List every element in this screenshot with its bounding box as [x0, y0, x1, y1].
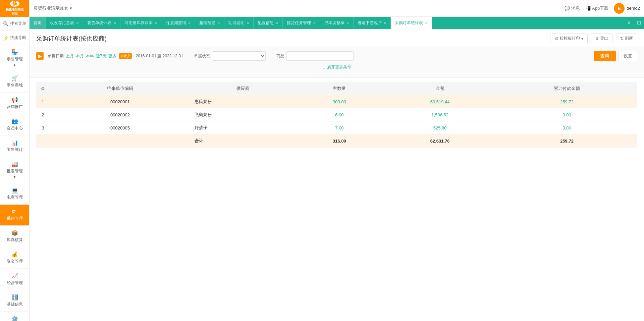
date-label: 单据日期	[48, 53, 64, 59]
sidebar-item-member[interactable]: 👥 会员中心	[0, 114, 29, 136]
status-select[interactable]	[212, 51, 266, 61]
filter-toggle-button[interactable]: ▶	[36, 52, 44, 60]
export-label: 导出	[600, 36, 608, 41]
sidebar-item-retail-shop[interactable]: 🛒 零售商城	[0, 71, 29, 93]
quick-nav-button[interactable]: ⚡ 快捷导航	[2, 34, 27, 42]
expand-conditions-button[interactable]: ⌄ 展开更多条件	[318, 62, 355, 72]
logo-icon: 畅	[10, 1, 19, 7]
search-menu-button[interactable]: 🔍 搜索菜单	[2, 19, 27, 28]
wholesale-icon: 🏭	[11, 161, 18, 167]
search-menu-area[interactable]: 🔍 搜索菜单	[0, 17, 29, 31]
sidebar-item-ecommerce[interactable]: 💻 电商管理	[0, 183, 29, 205]
date-last-month[interactable]: 上月	[66, 53, 74, 59]
paid-link[interactable]: 0.00	[562, 112, 571, 117]
paid-link[interactable]: 259.72	[560, 99, 574, 104]
export-button[interactable]: ⬇ 导出	[591, 34, 612, 43]
sidebar-item-marketing[interactable]: 📢 营销推广	[0, 93, 29, 114]
tab-label: 要货单统计表	[87, 20, 111, 26]
tab-close-icon[interactable]: ×	[76, 20, 79, 25]
tab-label: 可用量库存账本	[124, 20, 153, 26]
sidebar-item-retail-stats[interactable]: 📊 零售统计	[0, 136, 29, 157]
footer-amount: 62,631.76	[383, 135, 496, 148]
export-icon: ⬇	[595, 36, 599, 41]
maximize-button[interactable]: □	[634, 17, 644, 29]
tab-close-icon[interactable]: ×	[217, 20, 220, 25]
th-settings[interactable]: ⚙	[36, 82, 50, 95]
tab-label: 拣货任务管理	[287, 20, 311, 26]
qty-link[interactable]: 7.00	[335, 125, 343, 130]
sidebar-item-operations[interactable]: 📈 经营管理	[0, 269, 29, 290]
tab-overstock-alert[interactable]: 超储预警 ×	[195, 17, 224, 29]
paid-link[interactable]: 0.00	[562, 125, 571, 130]
tab-close-icon[interactable]: ×	[247, 20, 249, 25]
query-button[interactable]: 查询	[594, 51, 616, 61]
message-button[interactable]: 💬 消息	[565, 5, 580, 11]
user-menu[interactable]: E demo2	[614, 3, 640, 14]
tab-close-icon[interactable]: ×	[276, 20, 278, 25]
tab-label: 收发存汇总表	[50, 20, 74, 26]
quick-nav-area[interactable]: ⚡ 快捷导航	[0, 31, 29, 45]
sidebar-item-inventory[interactable]: 📦 库存核算	[0, 226, 29, 247]
date-this-year[interactable]: 本年	[86, 53, 94, 59]
tab-config-info[interactable]: 配置信息 ×	[254, 17, 283, 29]
tab-available-stock[interactable]: 可用量库存账本 ×	[120, 17, 162, 29]
header-actions: 🖨 按模板打印 ▾ ⬇ 导出 ↻ 刷新	[550, 34, 637, 43]
tab-label: 保质期查询	[166, 20, 186, 26]
close-tab-button[interactable]: ×	[624, 17, 634, 29]
tab-requisition[interactable]: 要货单统计表 ×	[83, 17, 120, 29]
wholesale-arrow-icon: ▼	[13, 175, 16, 179]
search-label: 搜索菜单	[10, 21, 26, 26]
refresh-button[interactable]: ↻ 刷新	[616, 34, 637, 43]
date-7days[interactable]: 近7天	[96, 53, 106, 59]
sidebar-item-wholesale[interactable]: 🏭 批发管理 ▼	[0, 157, 29, 183]
tab-pick-task[interactable]: 拣货任务管理 ×	[283, 17, 320, 29]
tab-close-icon[interactable]: ×	[155, 20, 157, 25]
tab-collect-pay[interactable]: 收发存汇总表 ×	[46, 17, 83, 29]
tab-close-icon[interactable]: ×	[346, 20, 349, 25]
sidebar-item-basic-info[interactable]: ℹ️ 基础信息	[0, 290, 29, 312]
date-this-month[interactable]: 本月	[76, 53, 84, 59]
cell-amount: 1,586.52	[383, 108, 496, 121]
th-qty: 主数量	[296, 82, 383, 95]
amount-link[interactable]: 60,519.44	[430, 99, 450, 104]
goods-input[interactable]	[286, 51, 354, 61]
status-label: 单据状态	[194, 53, 210, 59]
tab-expiry-query[interactable]: 保质期查询 ×	[162, 17, 195, 29]
tab-close-icon[interactable]: ×	[113, 20, 116, 25]
cell-amount: 525.80	[383, 121, 496, 135]
cell-supplier: 惠氏奶粉	[191, 95, 296, 108]
sidebar-item-retail-mgmt[interactable]: 🏪 零售管理 ▲	[0, 45, 29, 71]
app-download-icon: 📲	[585, 6, 591, 11]
date-more[interactable]: 更多	[108, 53, 116, 59]
qty-link[interactable]: 303.00	[333, 99, 346, 104]
qty-link[interactable]: 6.00	[335, 112, 343, 117]
table-footer-row: 合计 316.00 62,631.76 259.72	[36, 135, 637, 148]
print-button[interactable]: 🖨 按模板打印 ▾	[550, 34, 588, 43]
settings-button[interactable]: 设置	[619, 51, 637, 61]
sidebar-item-purchase[interactable]: 🛍 采购管理	[0, 205, 29, 226]
tab-close-icon[interactable]: ×	[384, 20, 386, 25]
workspace-title[interactable]: 母婴行业演示账套 ▾	[34, 5, 72, 11]
filter-row: ▶ 单据日期 上月 本月 本年 近7天 更多 自定义 2016-	[36, 51, 637, 61]
sidebar-item-finance[interactable]: 💰 资金管理	[0, 247, 29, 269]
tab-cost-adjust[interactable]: 成本调整单 ×	[320, 17, 354, 29]
sidebar-item-system[interactable]: ⚙️ 系统管理	[0, 312, 29, 321]
tab-func-desc[interactable]: 功能说明 ×	[224, 17, 254, 29]
goods-more-icon[interactable]: ···	[356, 53, 360, 59]
amount-link[interactable]: 525.80	[433, 125, 447, 130]
tab-purchase-stats[interactable]: 采购订单统计表 ×	[391, 17, 432, 29]
workspace-dropdown-icon: ▾	[70, 6, 72, 11]
app-download-label: App下载	[592, 5, 608, 11]
tab-home[interactable]: 首页	[30, 17, 46, 29]
th-supplier: 供应商	[191, 82, 296, 95]
amount-link[interactable]: 1,586.52	[431, 112, 448, 117]
cell-no: 1	[36, 95, 50, 108]
app-logo: 畅 畅捷通好生意 标版	[0, 0, 29, 17]
expand-down-icon: ⌄	[322, 65, 326, 70]
tab-invite-customer[interactable]: 邀请下游客户 ×	[354, 17, 391, 29]
tab-close-icon[interactable]: ×	[425, 20, 428, 25]
column-settings-icon[interactable]: ⚙	[41, 86, 45, 91]
app-download-button[interactable]: 📲 App下载	[585, 5, 608, 11]
tab-close-icon[interactable]: ×	[188, 20, 191, 25]
tab-close-icon[interactable]: ×	[313, 20, 316, 25]
